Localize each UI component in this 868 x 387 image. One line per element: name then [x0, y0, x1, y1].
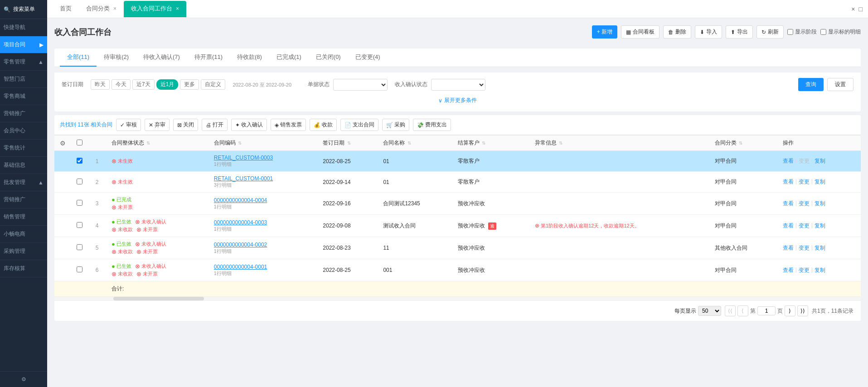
action-copy[interactable]: 复制 — [815, 222, 825, 230]
page-number-input[interactable] — [757, 306, 776, 315]
row-checkbox[interactable] — [77, 200, 82, 206]
last-page-btn[interactable]: ⟩⟩ — [797, 305, 808, 316]
date-custom-btn[interactable]: 自定义 — [201, 79, 225, 90]
sidebar-item-sales-mgmt[interactable]: 销售管理 — [0, 208, 47, 226]
action-income-confirm-btn[interactable]: ✦ 收入确认 — [231, 119, 267, 131]
action-copy[interactable]: 复制 — [815, 266, 825, 274]
gear-icon[interactable]: ⚙ — [60, 140, 66, 147]
action-view[interactable]: 查看 — [783, 266, 794, 274]
settings-button[interactable]: 设置 — [827, 78, 853, 91]
row-checkbox[interactable] — [77, 244, 82, 250]
first-page-btn[interactable]: ⟨⟨ — [725, 305, 736, 316]
col-settings-header[interactable]: ⚙ — [54, 135, 71, 151]
action-out-contract-btn[interactable]: 📄 支出合同 — [340, 119, 378, 131]
col-checkbox[interactable] — [71, 193, 88, 215]
action-copy[interactable]: 复制 — [815, 178, 825, 186]
sort-icon[interactable]: ⇅ — [407, 140, 411, 145]
col-checkbox-header[interactable] — [71, 135, 88, 151]
sort-icon[interactable]: ⇅ — [238, 140, 242, 145]
action-sales-invoice-btn[interactable]: ◈ 销售发票 — [271, 119, 306, 131]
show-mark-input[interactable] — [820, 29, 826, 35]
kanban-button[interactable]: ▦ 合同看板 — [621, 25, 659, 39]
sidebar-item-retail-stats[interactable]: 零售统计 — [0, 140, 47, 157]
horizontal-scrollbar[interactable] — [54, 297, 861, 300]
window-maximize-icon[interactable]: □ — [859, 5, 863, 13]
action-change[interactable]: 变更 — [799, 266, 810, 274]
sidebar-item-smart-store[interactable]: 智慧门店 — [0, 71, 47, 88]
sort-icon[interactable]: ⇅ — [347, 140, 351, 145]
action-copy[interactable]: 复制 — [815, 157, 825, 165]
contract-code-link[interactable]: 0000000000004-0003 — [214, 219, 267, 226]
action-copy[interactable]: 复制 — [815, 244, 825, 252]
window-close-icon[interactable]: × — [851, 5, 855, 13]
contract-code-link[interactable]: RETAIL_CUSTOM-0003 — [214, 155, 273, 161]
sidebar-item-project[interactable]: 项目合同 ▶ — [0, 36, 47, 53]
sidebar-item-retail-mgmt[interactable]: 零售管理 ▲ — [0, 53, 47, 71]
page-size-dropdown[interactable]: 10 20 50 100 — [698, 306, 721, 316]
action-print-btn[interactable]: 🖨 打开 — [202, 119, 228, 131]
action-change[interactable]: 变更 — [799, 222, 810, 230]
sidebar-search[interactable]: 🔍 搜索菜单 — [0, 0, 47, 19]
sidebar-item-retail-mall[interactable]: 零售商城 — [0, 88, 47, 105]
sidebar-settings[interactable]: ⚙ — [0, 371, 47, 387]
expand-more-btn[interactable]: ∨ 展开更多条件 — [62, 95, 853, 106]
export-button[interactable]: ⬆ 导出 — [726, 25, 753, 39]
action-view[interactable]: 查看 — [783, 222, 794, 230]
doc-status-select[interactable] — [333, 79, 388, 91]
sort-icon[interactable]: ⇅ — [146, 140, 150, 145]
action-review-btn[interactable]: ✓ 审核 — [116, 119, 141, 131]
col-checkbox[interactable] — [71, 151, 88, 172]
row-checkbox[interactable] — [77, 266, 82, 272]
contract-code-link[interactable]: 0000000000004-0004 — [214, 197, 267, 203]
prev-page-btn[interactable]: ⟨ — [737, 305, 748, 316]
refresh-button[interactable]: ↻ 刷新 — [756, 25, 784, 39]
filter-tab-pending-income[interactable]: 待收入确认(7) — [136, 48, 187, 67]
row-checkbox[interactable] — [77, 222, 82, 228]
action-view[interactable]: 查看 — [783, 178, 794, 186]
select-all-checkbox[interactable] — [77, 140, 82, 145]
date-last1month-btn[interactable]: 近1月 — [156, 79, 179, 90]
tab-contract-cat[interactable]: 合同分类 × — [79, 1, 124, 17]
action-view[interactable]: 查看 — [783, 244, 794, 252]
show-mark-checkbox[interactable]: 显示标的明细 — [820, 28, 861, 36]
filter-tab-pending-collect[interactable]: 待收款(8) — [230, 48, 269, 67]
delete-button[interactable]: 🗑 删除 — [663, 25, 691, 39]
contract-code-link[interactable]: 0000000000004-0002 — [214, 242, 267, 248]
tab-home[interactable]: 首页 — [53, 1, 79, 17]
new-button[interactable]: + 新增 — [592, 25, 617, 39]
contract-code-link[interactable]: 0000000000004-0001 — [214, 264, 267, 270]
query-button[interactable]: 查询 — [798, 78, 824, 91]
sort-icon[interactable]: ⇅ — [739, 140, 742, 145]
sidebar-item-purchase[interactable]: 采购管理 — [0, 243, 47, 260]
action-change[interactable]: 变更 — [799, 244, 810, 252]
col-checkbox[interactable] — [71, 237, 88, 259]
action-view[interactable]: 查看 — [783, 157, 794, 165]
filter-tab-closed[interactable]: 已关闭(0) — [309, 48, 348, 67]
row-checkbox[interactable] — [77, 158, 82, 164]
sidebar-item-inventory[interactable]: 库存核算 — [0, 260, 47, 277]
action-expense-btn[interactable]: 💸 费用支出 — [413, 119, 451, 131]
action-copy[interactable]: 复制 — [815, 200, 825, 208]
contract-code-link[interactable]: RETAIL_CUSTOM-0001 — [214, 175, 273, 182]
action-change[interactable]: 变更 — [799, 200, 810, 208]
col-checkbox[interactable] — [71, 172, 88, 193]
filter-tab-changed[interactable]: 已变更(4) — [348, 48, 388, 67]
import-button[interactable]: ⬇ 导入 — [695, 25, 722, 39]
date-today-btn[interactable]: 今天 — [112, 79, 131, 90]
sidebar-item-xiaochangec[interactable]: 小畅电商 — [0, 226, 47, 243]
action-collect-btn[interactable]: 💰 收款 — [310, 119, 337, 131]
filter-tab-pending-invoice[interactable]: 待开票(11) — [187, 48, 230, 67]
action-purchase-btn[interactable]: 🛒 采购 — [382, 119, 409, 131]
date-more-btn[interactable]: 更多 — [180, 79, 199, 90]
sort-icon[interactable]: ⇅ — [559, 140, 563, 145]
scrollbar-thumb[interactable] — [113, 297, 204, 300]
action-close-btn[interactable]: ⊠ 关闭 — [173, 119, 198, 131]
filter-tab-completed[interactable]: 已完成(1) — [269, 48, 309, 67]
date-last7-btn[interactable]: 近7天 — [132, 79, 155, 90]
tab-income-workbench-close[interactable]: × — [176, 5, 179, 12]
show-stage-checkbox[interactable]: 显示阶段 — [787, 28, 817, 36]
action-view[interactable]: 查看 — [783, 200, 794, 208]
col-checkbox[interactable] — [71, 215, 88, 237]
action-change[interactable]: 变更 — [799, 178, 810, 186]
income-confirm-select[interactable] — [431, 79, 485, 91]
